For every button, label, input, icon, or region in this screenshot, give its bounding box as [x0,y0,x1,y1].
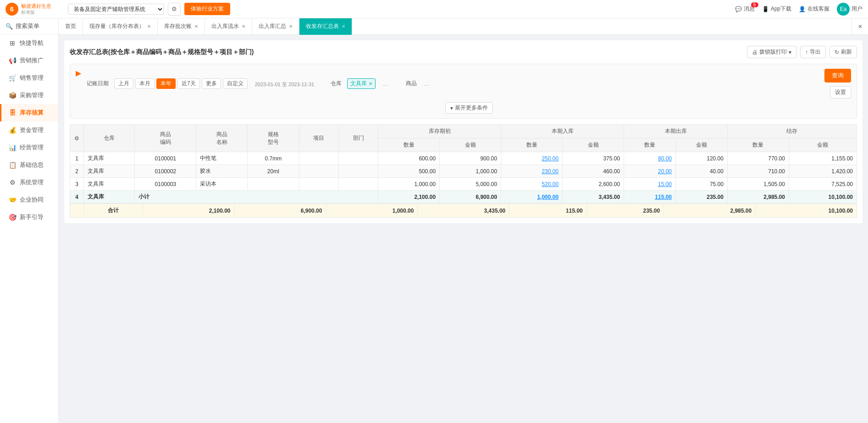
cell-sub-open-qty: 2,100.00 [378,191,440,203]
finance-icon: 💰 [9,126,16,134]
export-button[interactable]: ↑ 导出 [800,46,826,58]
cell-total-in-qty: 1,000.00 [326,204,418,218]
date-btn-last-month[interactable]: 上月 [114,78,133,89]
sidebar-item-marketing[interactable]: 📢 营销推广 [0,52,58,69]
cell-total-bal-amt: 10,100.00 [756,204,857,218]
cell-project [299,152,338,165]
search-menu-item[interactable]: 🔍 搜索菜单 [0,18,58,34]
cell-warehouse: 文具库 [84,165,135,178]
data-table: ⚙ 仓库 商品编码 商品名称 规格型号 项目 部门 库存期初 本期入库 本期 [70,124,857,203]
tab-close-in-out-summary[interactable]: ✕ [289,24,293,29]
expand-conditions-btn[interactable]: ▾ 展开更多条件 [445,102,493,114]
experience-btn[interactable]: 体验行业方案 [184,3,230,15]
tab-home[interactable]: 首页 [59,18,83,35]
logo-text: 畅捷通好生意 标准版 [21,3,51,15]
page-content: 收发存汇总表(按仓库＋商品编码＋商品＋规格型号＋项目＋部门) 🖨 拨锁版打印 ▾… [59,35,868,423]
date-btn-7days[interactable]: 近7天 [177,78,200,89]
cell-project [299,178,338,191]
cell-total-open-qty: 2,100.00 [143,204,234,218]
date-btn-custom[interactable]: 自定义 [223,78,248,89]
sidebar-item-basic-info[interactable]: 📋 基础信息 [0,156,58,174]
tab-close-stock-distribution[interactable]: ✕ [147,24,151,29]
cell-sub-in-amt: 3,435.00 [563,191,624,203]
system-title-select[interactable]: 装备及固定资产辅助管理系统 [68,4,164,15]
date-btn-this-year[interactable]: 本年 [156,78,176,89]
marketing-icon: 📢 [9,57,16,64]
cell-open-qty: 500.00 [378,165,440,178]
warehouse-more-btn[interactable]: ... [381,80,389,88]
sidebar-item-purchase[interactable]: 📦 采购管理 [0,87,58,104]
logo-icon: 6 [6,3,18,16]
cell-sub-out-qty-link[interactable]: 115.00 [624,191,676,203]
cell-out-amt: 75.00 [676,178,728,191]
enterprise-icon: 🤝 [9,196,16,203]
date-range-display: 2023-01-01 至 2023-12-31 [255,81,315,88]
purchase-icon: 📦 [9,92,16,99]
tab-receive-send-summary[interactable]: 收发存汇总表 ✕ [299,18,352,35]
sidebar-item-quick-nav[interactable]: ⊞ 快捷导航 [0,34,58,52]
date-filter-group: 上月 本月 本年 近7天 更多 自定义 [114,78,248,89]
sidebar-item-sales[interactable]: 🛒 销售管理 [0,69,58,87]
tab-batch-account[interactable]: 库存批次账 ✕ [158,18,205,35]
tab-stock-distribution[interactable]: 现存量（库存分布表） ✕ [83,18,158,35]
sidebar-item-finance[interactable]: 💰 资金管理 [0,121,58,139]
inventory-icon: 🗄 [9,109,16,116]
sidebar-item-operations[interactable]: 📊 经营管理 [0,139,58,156]
th-out: 本期出库 [624,125,728,138]
tab-close-receive-send-summary[interactable]: ✕ [342,24,345,29]
warehouse-tag-remove[interactable]: ✕ [369,81,372,86]
dropdown-icon: ▾ [789,49,791,55]
app-download-item[interactable]: 📱 App下载 [762,5,791,13]
date-btn-more[interactable]: 更多 [202,78,221,89]
sidebar-item-guide[interactable]: 🎯 新手引导 [0,209,58,226]
sidebar-item-inventory[interactable]: 🗄 库存核算 [0,104,58,121]
tab-close-batch-account[interactable]: ✕ [194,24,198,29]
cell-bal-qty: 1,505.00 [727,178,789,191]
query-button[interactable]: 查询 [824,69,851,82]
th-open-qty: 数量 [378,138,440,152]
goods-more-btn[interactable]: ... [422,80,431,88]
print-button[interactable]: 🖨 拨锁版打印 ▾ [747,46,796,58]
cell-subtotal-label: 小计 [135,191,378,203]
sidebar-menu: ⊞ 快捷导航 📢 营销推广 🛒 销售管理 📦 采购管理 🗄 库存核算 [0,34,58,423]
cell-open-amt: 1,000.00 [440,165,501,178]
cell-sub-in-qty-link[interactable]: 1,000.00 [501,191,563,203]
online-service-item[interactable]: 👤 在线客服 [799,5,829,13]
page-title: 收发存汇总表(按仓库＋商品编码＋商品＋规格型号＋项目＋部门) [70,48,747,56]
tab-in-out-summary[interactable]: 出入库汇总 ✕ [252,18,299,35]
cell-out-qty-link[interactable]: 80.00 [624,152,676,165]
system-icon: ⚙ [9,179,16,186]
filter-row: 记账日期 上月 本月 本年 近7天 更多 自定义 [87,69,851,99]
refresh-button[interactable]: ↻ 刷新 [829,46,857,58]
cell-code: 0100002 [135,165,196,178]
cell-in-qty-link[interactable]: 230.00 [501,165,563,178]
cell-dept [338,178,378,191]
cell-sub-bal-amt: 10,100.00 [789,191,857,203]
date-btn-this-month[interactable]: 本月 [135,78,155,89]
cell-total-in-amt: 3,435.00 [418,204,509,218]
cell-dept [338,152,378,165]
user-item[interactable]: Ea 用户 [837,3,862,16]
service-icon: 👤 [799,6,806,12]
cell-out-qty-link[interactable]: 20.00 [624,165,676,178]
cell-open-qty: 1,000.00 [378,178,440,191]
setting-button[interactable]: 设置 [830,86,851,99]
logo-area: 6 畅捷通好生意 标准版 [6,3,64,16]
settings-button[interactable]: ⚙ [168,3,181,16]
cell-in-qty-link[interactable]: 520.00 [501,178,563,191]
cell-total-label: 合计 [84,204,143,218]
sidebar-item-system[interactable]: ⚙ 系统管理 [0,174,58,191]
tab-bar-close-all[interactable]: ✕ [851,18,868,35]
th-out-amt: 金额 [676,138,728,152]
system-title-selector: 装备及固定资产辅助管理系统 [68,4,164,15]
tab-close-in-out-flow[interactable]: ✕ [242,24,245,29]
sidebar-item-enterprise[interactable]: 🤝 企业协同 [0,191,58,209]
th-in: 本期入库 [501,125,624,138]
filter-collapse-arrow[interactable]: ▶ [76,69,81,77]
messages-item[interactable]: 💬 消息 6 [735,5,755,13]
cell-in-qty-link[interactable]: 250.00 [501,152,563,165]
cell-out-qty-link[interactable]: 15.00 [624,178,676,191]
cell-bal-amt: 7,525.00 [789,178,857,191]
tab-in-out-flow[interactable]: 出入库流水 ✕ [205,18,252,35]
total-table: 合计 2,100.00 6,900.00 1,000.00 3,435.00 1… [70,203,857,218]
